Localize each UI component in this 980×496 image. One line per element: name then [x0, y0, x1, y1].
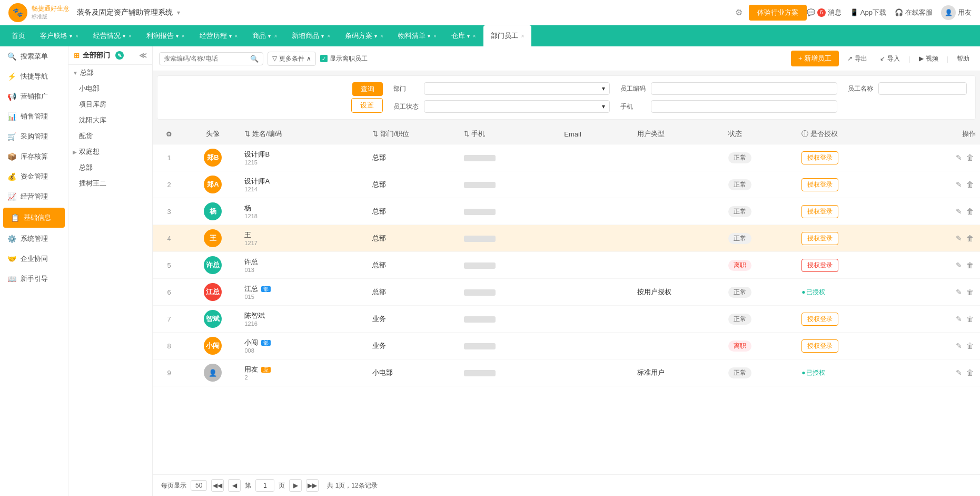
- settings-icon[interactable]: ⚙: [735, 7, 743, 17]
- edit-btn[interactable]: ✎: [956, 234, 962, 242]
- delete-btn[interactable]: 🗑: [966, 180, 974, 189]
- filter-emp-status-select[interactable]: ▾: [424, 100, 610, 113]
- sidebar-item-marketing[interactable]: 📢 营销推广: [0, 86, 68, 106]
- tree-item-projectroom[interactable]: 项目库房: [68, 96, 152, 112]
- edit-btn[interactable]: ✎: [956, 261, 962, 269]
- tab-warehouse[interactable]: 仓库▾×: [444, 25, 483, 46]
- auth-login-btn[interactable]: 授权登录: [801, 178, 838, 191]
- edit-btn[interactable]: ✎: [956, 207, 962, 216]
- sys-title-arrow[interactable]: ▾: [177, 9, 180, 16]
- app-download-btn[interactable]: 📱 App下载: [850, 8, 886, 17]
- avatar-cell: 郑A: [185, 171, 240, 198]
- filter-phone-input[interactable]: [651, 100, 837, 113]
- auth-login-btn[interactable]: 授权登录: [801, 205, 838, 218]
- tab-profit[interactable]: 利润报告▾×: [139, 25, 192, 46]
- sidebar-item-base[interactable]: 📋 基础信息: [3, 208, 65, 228]
- sidebar-item-finance[interactable]: 💰 资金管理: [0, 167, 68, 187]
- edit-btn[interactable]: ✎: [956, 288, 962, 296]
- tree-item-headquarters[interactable]: ▼ 总部: [68, 65, 152, 81]
- sidebar-item-label-base: 基础信息: [24, 213, 51, 222]
- auth-login-btn[interactable]: 授权登录: [801, 339, 838, 353]
- tree-item-shenyang[interactable]: 沈阳大库: [68, 112, 152, 128]
- tree-item-chashuwang[interactable]: 插树王二: [68, 176, 152, 191]
- page-number-input[interactable]: [255, 479, 274, 492]
- status-cell: 离职: [724, 252, 797, 279]
- edit-btn[interactable]: ✎: [956, 368, 962, 377]
- first-page-btn[interactable]: ◀◀: [211, 479, 224, 492]
- search-input[interactable]: [164, 55, 248, 62]
- delete-btn[interactable]: 🗑: [966, 234, 974, 242]
- collapse-btn[interactable]: ≪: [139, 51, 147, 60]
- col-phone-header[interactable]: ⇅ 手机: [460, 124, 560, 144]
- email-cell: [560, 225, 633, 252]
- show-resigned-wrap[interactable]: ✓ 显示离职员工: [320, 54, 368, 63]
- import-btn[interactable]: ↙ 导入: [876, 52, 904, 65]
- filter-emp-name-input[interactable]: [878, 82, 967, 95]
- tab-home[interactable]: 首页: [4, 25, 33, 46]
- last-page-btn[interactable]: ▶▶: [306, 479, 319, 492]
- auth-login-btn[interactable]: 授权登录: [801, 313, 838, 326]
- per-page-value[interactable]: 50: [191, 480, 207, 491]
- auth-login-btn[interactable]: 授权登录: [801, 151, 838, 164]
- close-tab-icon[interactable]: ×: [521, 33, 524, 39]
- col-settings-header[interactable]: ⚙: [153, 124, 185, 144]
- sidebar-item-system[interactable]: ⚙️ 系统管理: [0, 229, 68, 249]
- tab-customer[interactable]: 客户联络▾×: [33, 25, 86, 46]
- sidebar-item-guide[interactable]: 📖 新手引导: [0, 269, 68, 289]
- sidebar-item-search[interactable]: 🔍 搜索菜单: [0, 46, 68, 66]
- sidebar-item-sales[interactable]: 📊 销售管理: [0, 106, 68, 127]
- query-button[interactable]: 查询: [352, 82, 383, 96]
- next-page-btn[interactable]: ▶: [289, 479, 302, 492]
- tab-goods[interactable]: 商品▾×: [245, 25, 284, 46]
- col-dept-header[interactable]: ⇅ 部门/职位: [368, 124, 459, 144]
- message-btn[interactable]: 💬 6 消息: [807, 8, 842, 17]
- video-icon: ▶: [919, 55, 924, 62]
- edit-btn[interactable]: ✎: [956, 180, 962, 189]
- auth-login-btn[interactable]: 授权登录: [801, 232, 838, 245]
- phone-blur: [464, 236, 496, 242]
- video-btn[interactable]: ▶ 视频: [915, 52, 943, 65]
- delete-btn[interactable]: 🗑: [966, 288, 974, 296]
- delete-btn[interactable]: 🗑: [966, 315, 974, 323]
- delete-btn[interactable]: 🗑: [966, 261, 974, 269]
- filter-emp-code-input[interactable]: [651, 82, 837, 95]
- sidebar-item-inventory[interactable]: 📦 库存核算: [0, 147, 68, 167]
- tree-item-electronics[interactable]: 小电部: [68, 81, 152, 96]
- sidebar-item-purchase[interactable]: 🛒 采购管理: [0, 127, 68, 147]
- user-area[interactable]: 👤 用友: [941, 5, 972, 20]
- tab-barcode[interactable]: 条码方案▾×: [338, 25, 391, 46]
- auth-login-btn[interactable]: 授权登录: [801, 259, 838, 272]
- help-btn[interactable]: 帮助: [953, 52, 974, 65]
- more-filter-btn[interactable]: ▽ 更多条件 ∧: [268, 52, 316, 66]
- tab-history[interactable]: 经营历程▾×: [192, 25, 245, 46]
- show-resigned-checkbox[interactable]: ✓: [320, 55, 328, 62]
- add-employee-button[interactable]: + 新增员工: [791, 51, 839, 66]
- row-number: 5: [153, 252, 185, 279]
- tab-bom[interactable]: 物料清单▾×: [391, 25, 444, 46]
- tab-operation[interactable]: 经营情况▾×: [86, 25, 139, 46]
- delete-btn[interactable]: 🗑: [966, 342, 974, 350]
- col-name-header[interactable]: ⇅ 姓名/编码: [240, 124, 368, 144]
- tree-item-hq2[interactable]: 总部: [68, 160, 152, 176]
- delete-btn[interactable]: 🗑: [966, 368, 974, 377]
- trial-button[interactable]: 体验行业方案: [749, 5, 807, 21]
- delete-btn[interactable]: 🗑: [966, 207, 974, 216]
- edit-btn[interactable]: ✎: [956, 315, 962, 323]
- delete-btn[interactable]: 🗑: [966, 153, 974, 162]
- tree-item-distribution[interactable]: 配货: [68, 128, 152, 144]
- prev-page-btn[interactable]: ◀: [228, 479, 241, 492]
- edit-btn[interactable]: ✎: [956, 342, 962, 350]
- edit-btn[interactable]: ✎: [956, 153, 962, 162]
- export-btn[interactable]: ↗ 导出: [843, 52, 872, 65]
- set-button[interactable]: 设置: [351, 98, 383, 113]
- tree-item-shuangtingxiang[interactable]: ▶ 双庭想: [68, 144, 152, 160]
- dept-edit-icon[interactable]: ✎: [115, 51, 124, 60]
- search-icon[interactable]: 🔍: [250, 55, 259, 63]
- sidebar-item-shortcut[interactable]: ⚡ 快捷导航: [0, 66, 68, 86]
- sidebar-item-business[interactable]: 📈 经营管理: [0, 187, 68, 207]
- online-service-btn[interactable]: 🎧 在线客服: [895, 8, 933, 17]
- filter-dept-select[interactable]: ▾: [424, 82, 610, 95]
- tab-add-goods[interactable]: 新增商品▾×: [284, 25, 338, 46]
- sidebar-item-coop[interactable]: 🤝 企业协同: [0, 249, 68, 269]
- tab-dept-staff[interactable]: 部门员工×: [483, 25, 532, 46]
